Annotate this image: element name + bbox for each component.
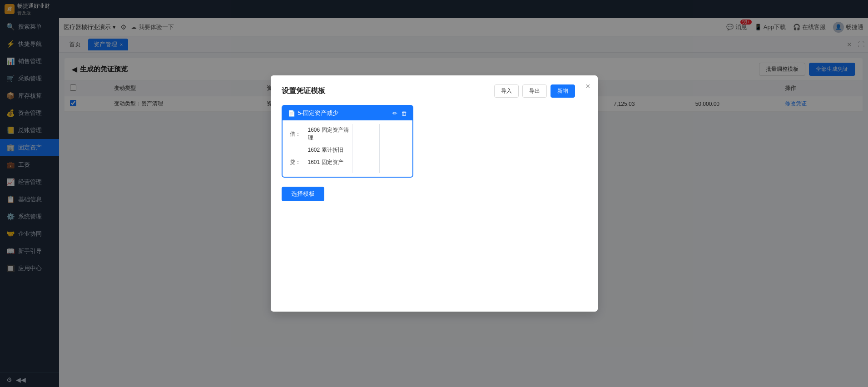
template-row-2: 1602 累计折旧 [288,144,407,156]
template-edit-icon[interactable]: ✏ [392,110,397,117]
row2-side [288,144,306,156]
row3-account: 1601 固定资产 [306,156,352,169]
modal: 设置凭证模板 × 导入 导出 新增 📄 5-固定资产减少 [271,75,598,312]
row2-account: 1602 累计折旧 [306,144,352,156]
template-name: 5-固定资产减少 [298,109,339,117]
row4-debit [352,169,380,173]
template-delete-icon[interactable]: 🗑 [401,110,407,117]
row1-side: 借： [288,124,306,144]
content-area: 医疗器械行业演示 ▾ ⚙ ☁ 我要体验一下 💬 消息 99+ 📱 [59,18,868,387]
select-template-container: 选择模板 [282,187,587,201]
template-doc-icon: 📄 [288,110,295,117]
row1-credit [380,124,407,144]
template-card: 📄 5-固定资产减少 ✏ 🗑 [282,105,413,178]
modal-actions: 导入 导出 新增 [494,84,575,98]
template-row-4 [288,169,407,173]
row3-debit [352,156,380,169]
modal-overlay: 设置凭证模板 × 导入 导出 新增 📄 5-固定资产减少 [59,18,868,387]
row4-account [306,169,352,173]
select-template-btn[interactable]: 选择模板 [282,187,324,201]
template-row-3: 贷： 1601 固定资产 [288,156,407,169]
template-card-header: 📄 5-固定资产减少 ✏ 🗑 [283,106,412,120]
row1-debit [352,124,380,144]
row2-debit [352,144,380,156]
template-rows-table: 借： 1606 固定资产清理 1602 累计折旧 [288,124,407,173]
row1-account: 1606 固定资产清理 [306,124,352,144]
template-card-body: 借： 1606 固定资产清理 1602 累计折旧 [283,120,412,177]
row4-side [288,169,306,173]
template-row-1: 借： 1606 固定资产清理 [288,124,407,144]
import-btn[interactable]: 导入 [494,84,519,98]
modal-close-btn[interactable]: × [585,82,590,91]
export-btn[interactable]: 导出 [522,84,547,98]
row3-side: 贷： [288,156,306,169]
row4-credit [380,169,407,173]
template-card-icons: ✏ 🗑 [392,110,407,117]
row2-credit [380,144,407,156]
row3-credit [380,156,407,169]
new-template-btn[interactable]: 新增 [551,84,575,98]
